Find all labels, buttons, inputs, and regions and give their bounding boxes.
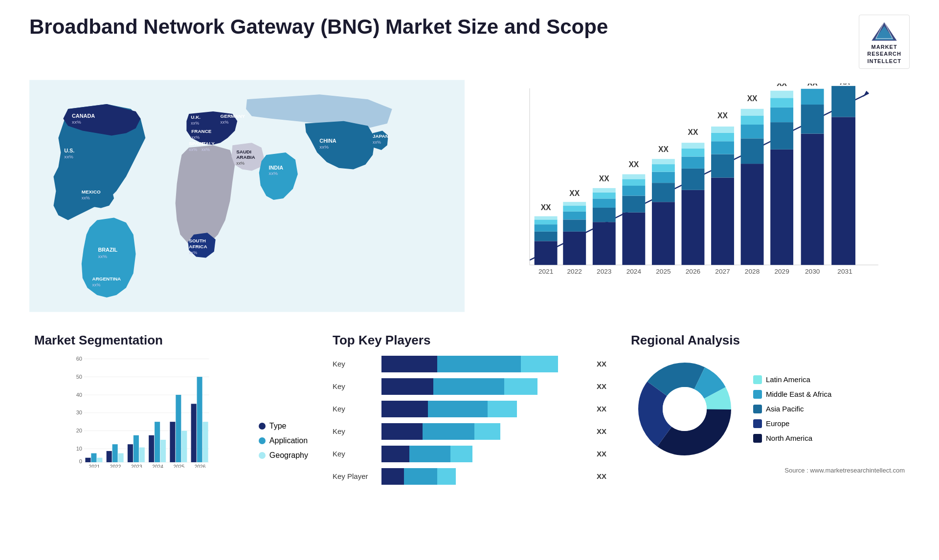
player-bar-container-5	[381, 468, 588, 485]
bar-2022-seg2	[563, 219, 586, 231]
donut-container: Latin America Middle East & Africa Asia …	[631, 355, 905, 463]
svg-rect-29	[134, 435, 139, 462]
bar-2026-seg1	[682, 190, 705, 265]
us-value: xx%	[64, 154, 73, 159]
europe-label: Europe	[766, 419, 789, 428]
svg-rect-23	[91, 453, 96, 462]
svg-text:2024: 2024	[152, 464, 163, 468]
bar-2030-seg2	[801, 105, 824, 134]
india-value: xx%	[269, 171, 278, 176]
svg-rect-37	[191, 404, 197, 462]
germany-value: xx%	[221, 120, 229, 125]
source-text: Source : www.marketresearchintellect.com	[631, 467, 905, 474]
bar-2021-seg1	[535, 241, 558, 265]
seg-chart: 60 50 40 30 20 10 0	[34, 355, 249, 470]
player-bar-container-2	[381, 400, 588, 418]
mea-color	[753, 390, 762, 399]
svg-rect-28	[128, 444, 133, 462]
bar-2028-seg3	[741, 125, 764, 138]
player-bar-inner-1	[381, 378, 537, 395]
southafrica-label: SOUTH	[189, 238, 206, 243]
svg-rect-33	[160, 440, 166, 462]
svg-rect-22	[85, 458, 90, 462]
svg-text:50: 50	[76, 374, 82, 380]
logo-text: MARKET RESEARCH INTELLECT	[867, 43, 901, 65]
bar-chart-section: XX 2021 XX 2022 XX	[474, 79, 910, 313]
bar-2029-label: XX	[777, 84, 787, 87]
japan-value: xx%	[373, 140, 381, 145]
players-title: Top Key Players	[333, 333, 606, 348]
mexico-value: xx%	[82, 195, 90, 200]
logo: MARKET RESEARCH INTELLECT	[859, 15, 910, 69]
argentina-label: ARGENTINA	[92, 276, 121, 281]
saudi-label2: ARABIA	[236, 154, 255, 160]
year-2027: 2027	[715, 268, 730, 275]
bottom-grid: Market Segmentation 60 50 40 30 20 10 0	[29, 328, 910, 495]
geography-dot	[259, 452, 266, 459]
bar-2023-seg1	[593, 222, 616, 265]
bar-2028-seg4	[741, 115, 764, 125]
svg-text:40: 40	[76, 392, 82, 398]
bar-2023-seg2	[593, 208, 616, 222]
geography-label: Geography	[269, 451, 308, 460]
europe-color	[753, 419, 762, 428]
player-bar-inner-3	[381, 423, 500, 440]
bar-2021-seg2	[535, 232, 558, 241]
bar-2025-seg2	[652, 183, 675, 202]
bar-2026-seg2	[682, 169, 705, 190]
legend-northamerica: North America	[753, 434, 831, 443]
player-label-3: Key	[333, 427, 377, 435]
bar-segment-2-2	[488, 401, 517, 417]
bar-2025-seg5	[652, 159, 675, 164]
main-grid: CANADA xx% U.S. xx% MEXICO xx% BRAZIL xx…	[29, 79, 910, 323]
bar-2025-seg1	[652, 202, 675, 265]
logo-icon	[870, 19, 899, 43]
bar-2027-seg5	[711, 127, 734, 133]
bar-segment-2-1	[428, 401, 488, 417]
bar-segment-3-2	[474, 423, 500, 440]
svg-text:10: 10	[76, 446, 82, 452]
saudi-value: xx%	[236, 161, 245, 166]
svg-rect-39	[203, 422, 208, 462]
bar-segment-5-2	[437, 468, 456, 485]
player-value-4: XX	[597, 450, 606, 458]
bar-2022-label: XX	[569, 189, 580, 197]
canada-label: CANADA	[72, 113, 95, 119]
player-label-4: Key	[333, 450, 377, 458]
bar-2027-seg1	[711, 177, 734, 265]
argentina-value: xx%	[92, 282, 101, 287]
legend-application: Application	[259, 436, 308, 445]
player-value-0: XX	[597, 360, 606, 368]
player-value-2: XX	[597, 405, 606, 413]
map-section: CANADA xx% U.S. xx% MEXICO xx% BRAZIL xx…	[29, 79, 465, 313]
legend-type: Type	[259, 422, 308, 431]
us-label: U.S.	[64, 148, 74, 153]
bar-2029-seg3	[770, 108, 793, 122]
player-bar-container-4	[381, 445, 588, 463]
svg-text:2023: 2023	[131, 464, 142, 468]
bar-2024-seg5	[622, 174, 645, 179]
legend-geography: Geography	[259, 451, 308, 460]
bar-2025-seg3	[652, 172, 675, 183]
china-label: CHINA	[319, 138, 336, 144]
svg-text:2025: 2025	[174, 464, 185, 468]
player-value-5: XX	[597, 472, 606, 480]
asia-label: Asia Pacific	[766, 405, 804, 413]
bar-2026-seg3	[682, 156, 705, 168]
bar-segment-0-0	[381, 356, 437, 372]
bar-2030-seg1	[801, 133, 824, 265]
svg-rect-36	[181, 431, 187, 462]
bar-2028-seg5	[741, 109, 764, 116]
header: Broadband Network Gateway (BNG) Market S…	[29, 15, 910, 69]
bar-2023-seg5	[593, 188, 616, 193]
bar-2021-seg4	[535, 219, 558, 224]
bar-chart-container: XX 2021 XX 2022 XX	[484, 84, 900, 289]
svg-point-51	[663, 387, 707, 431]
italy-label: ITALY	[201, 141, 215, 146]
bar-2030-seg3	[801, 89, 824, 105]
svg-rect-32	[155, 422, 160, 462]
bar-2024-seg3	[622, 186, 645, 196]
china-value: xx%	[319, 144, 329, 150]
bar-2024-seg2	[622, 195, 645, 212]
player-bar-inner-4	[381, 446, 472, 462]
